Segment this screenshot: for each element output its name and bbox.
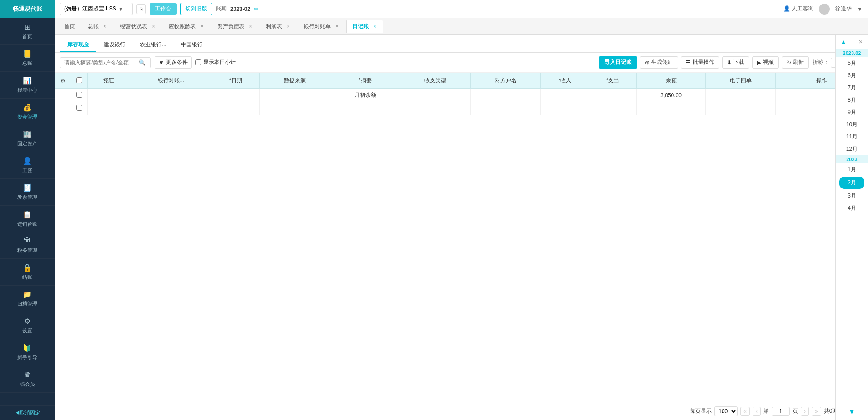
search-input[interactable] bbox=[64, 59, 137, 66]
sidebar-item-archive-label: 归档管理 bbox=[17, 301, 37, 307]
row-checkbox-1[interactable] bbox=[71, 89, 88, 102]
sidebar: 畅通易代账 ⊞ 首页 📒 总账 📊 报表中心 💰 资金管理 🏢 固定资产 👤 工… bbox=[0, 0, 55, 420]
page-number-input[interactable] bbox=[772, 407, 790, 416]
tab-ledger[interactable]: 总账 × bbox=[82, 20, 113, 33]
edit-period-icon[interactable]: ✏ bbox=[254, 6, 259, 12]
tab-receivable[interactable]: 应收账龄表 × bbox=[163, 20, 210, 33]
close-period-icon: 🔒 bbox=[23, 263, 32, 272]
mp-month-10[interactable]: 10月 bbox=[836, 119, 868, 131]
row-checkbox-input-1[interactable] bbox=[76, 92, 82, 98]
row-income-2 bbox=[541, 102, 589, 115]
row-expense-1 bbox=[589, 89, 637, 102]
import-journal-btn[interactable]: 导入日记账 bbox=[599, 56, 637, 69]
sidebar-item-invoices[interactable]: 🧾 发票管理 bbox=[0, 179, 55, 206]
page-size-select[interactable]: 100 50 200 bbox=[714, 406, 738, 416]
row-checkbox-input-2[interactable] bbox=[76, 105, 82, 111]
tab-journal[interactable]: 日记账 × bbox=[346, 20, 383, 33]
prev-page-btn[interactable]: ‹ bbox=[753, 407, 761, 416]
col-settings[interactable]: ⚙ bbox=[55, 73, 71, 89]
sidebar-item-wages[interactable]: 👤 工资 bbox=[0, 152, 55, 179]
switch-old-version-btn[interactable]: 切到旧版 bbox=[180, 3, 212, 15]
tab-bank-match[interactable]: 银行对账单 × bbox=[298, 20, 345, 33]
tab-assets-debt[interactable]: 资产负债表 × bbox=[211, 20, 259, 33]
tab-profit-close-btn[interactable]: × bbox=[286, 23, 291, 30]
sidebar-item-tax[interactable]: 🏛 税务管理 bbox=[0, 232, 55, 259]
mp-month-8[interactable]: 8月 bbox=[836, 94, 868, 106]
tab-assets-debt-label: 资产负债表 bbox=[217, 23, 244, 30]
unpin-sidebar-btn[interactable]: ◀取消固定 bbox=[0, 405, 55, 420]
batch-ops-btn[interactable]: ☰ 批量操作 bbox=[681, 56, 719, 69]
sub-tab-abc[interactable]: 农业银行... bbox=[133, 38, 174, 52]
support-link[interactable]: 👤 人工客询 bbox=[783, 5, 813, 13]
more-conditions-btn[interactable]: ▼ 更多条件 bbox=[155, 56, 192, 69]
next-page-btn[interactable]: › bbox=[801, 407, 809, 416]
row-settings-1[interactable] bbox=[55, 89, 71, 102]
refresh-btn[interactable]: ↻ 刷新 bbox=[782, 56, 809, 69]
mp-month-7[interactable]: 7月 bbox=[836, 82, 868, 94]
sidebar-item-ledger[interactable]: 📒 总账 bbox=[0, 45, 55, 72]
sub-tab-boc[interactable]: 中国银行 bbox=[174, 38, 210, 52]
sidebar-item-archive[interactable]: 📁 归档管理 bbox=[0, 286, 55, 312]
search-box[interactable]: 🔍 bbox=[60, 57, 151, 68]
tab-business[interactable]: 经营状况表 × bbox=[114, 20, 162, 33]
video-btn[interactable]: ▶ 视频 bbox=[752, 56, 779, 69]
year-block-2023-upper: 5月 6月 7月 8月 9月 10月 11月 12月 bbox=[836, 57, 868, 155]
sub-tab-cash[interactable]: 库存现金 bbox=[60, 38, 96, 52]
user-name[interactable]: 徐逢华 bbox=[835, 5, 852, 13]
tab-home[interactable]: 首页 bbox=[58, 20, 81, 33]
user-menu-icon[interactable]: ▼ bbox=[857, 6, 863, 12]
mp-month-1[interactable]: 1月 bbox=[836, 163, 868, 176]
row-checkbox-2[interactable] bbox=[71, 102, 88, 115]
workbench-btn[interactable]: 工作台 bbox=[150, 3, 177, 15]
mp-close-btn[interactable]: × bbox=[856, 36, 865, 47]
mp-month-3[interactable]: 3月 bbox=[836, 190, 868, 202]
tab-ledger-close-btn[interactable]: × bbox=[102, 23, 107, 30]
table-row bbox=[55, 102, 868, 115]
page-size-label: 每页显示 bbox=[690, 407, 712, 415]
mp-month-2-selected[interactable]: 2月 bbox=[839, 177, 864, 189]
row-counterpart-1 bbox=[470, 89, 541, 102]
select-all-checkbox[interactable] bbox=[76, 77, 82, 83]
mp-nav-down[interactable]: ▼ bbox=[847, 406, 857, 417]
show-daily-checkbox-label[interactable]: 显示本日小计 bbox=[195, 59, 236, 66]
copy-company-btn[interactable]: ⎘ bbox=[136, 4, 146, 14]
mp-month-6[interactable]: 6月 bbox=[836, 69, 868, 82]
company-selector[interactable]: (勿册）江西超宝-LSS ▼ bbox=[60, 3, 133, 15]
sidebar-item-home[interactable]: ⊞ 首页 bbox=[0, 18, 55, 45]
sidebar-item-sales[interactable]: 📋 进销台账 bbox=[0, 206, 55, 232]
mp-month-4[interactable]: 4月 bbox=[836, 202, 868, 214]
sidebar-item-settings[interactable]: ⚙ 设置 bbox=[0, 312, 55, 339]
tab-assets-debt-close-btn[interactable]: × bbox=[248, 23, 253, 30]
sidebar-item-funds[interactable]: 💰 资金管理 bbox=[0, 99, 55, 125]
tab-receivable-close-btn[interactable]: × bbox=[200, 23, 205, 30]
mp-year-2023: 2023 bbox=[836, 155, 868, 163]
tab-business-close-btn[interactable]: × bbox=[151, 23, 156, 30]
row-income-1 bbox=[541, 89, 589, 102]
mp-month-12[interactable]: 12月 bbox=[836, 143, 868, 155]
show-daily-checkbox[interactable] bbox=[195, 59, 201, 65]
first-page-btn[interactable]: « bbox=[740, 407, 750, 416]
tab-business-label: 经营状况表 bbox=[120, 23, 147, 30]
mp-month-11[interactable]: 11月 bbox=[836, 131, 868, 143]
sidebar-item-home-label: 首页 bbox=[22, 33, 32, 40]
tab-bank-match-close-btn[interactable]: × bbox=[334, 23, 339, 30]
tab-profit[interactable]: 利润表 × bbox=[260, 20, 297, 33]
wages-icon: 👤 bbox=[23, 157, 32, 165]
sidebar-item-vip[interactable]: ♛ 畅会员 bbox=[0, 366, 55, 393]
sidebar-item-assets[interactable]: 🏢 固定资产 bbox=[0, 125, 55, 152]
tab-journal-close-btn[interactable]: × bbox=[372, 23, 377, 30]
row-settings-2[interactable] bbox=[55, 102, 71, 115]
last-page-btn[interactable]: » bbox=[812, 407, 821, 416]
download-btn[interactable]: ⬇ 下载 bbox=[722, 56, 749, 69]
mp-nav-up[interactable]: ▲ bbox=[838, 36, 848, 47]
sidebar-item-reports[interactable]: 📊 报表中心 bbox=[0, 72, 55, 99]
generate-voucher-btn[interactable]: ⊕ 生成凭证 bbox=[640, 56, 678, 69]
sidebar-item-guide[interactable]: 🔰 新手引导 bbox=[0, 339, 55, 366]
sidebar-item-tax-label: 税务管理 bbox=[17, 247, 37, 254]
mp-month-9[interactable]: 9月 bbox=[836, 106, 868, 119]
show-daily-label: 显示本日小计 bbox=[203, 59, 236, 66]
mp-month-5[interactable]: 5月 bbox=[836, 57, 868, 69]
col-checkbox[interactable] bbox=[71, 73, 88, 89]
sub-tab-ccb[interactable]: 建设银行 bbox=[96, 38, 133, 52]
sidebar-item-close[interactable]: 🔒 结账 bbox=[0, 259, 55, 286]
